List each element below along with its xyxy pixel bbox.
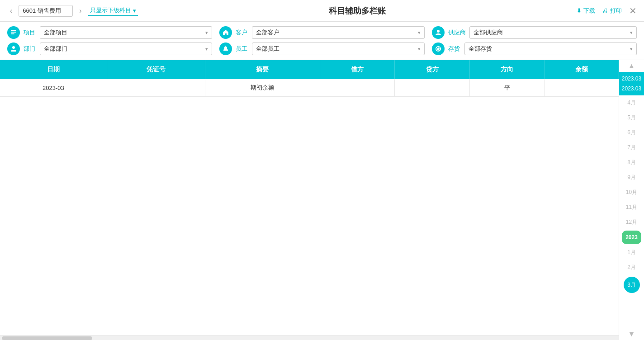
timeline-month-7[interactable]: 7月 <box>619 140 644 155</box>
timeline-month-4[interactable]: 4月 <box>619 95 644 110</box>
employee-select-value: 全部员工 <box>256 45 279 53</box>
timeline-month-1[interactable]: 1月 <box>619 245 644 260</box>
inventory-select[interactable]: 全部存货 ▾ <box>464 42 637 55</box>
close-button[interactable]: ✕ <box>629 6 637 15</box>
table-row: 2023-03 期初余额 平 <box>0 79 619 97</box>
cell-balance <box>545 79 619 97</box>
col-voucher: 凭证号 <box>107 60 205 79</box>
supplier-filter: 供应商 全部供应商 ▾ <box>432 26 637 39</box>
main-window: ‹ 6601 销售费用 › 只显示下级科目 ▾ 科目辅助多栏账 ⬇ 下载 🖨 打… <box>0 0 644 340</box>
timeline-month-5[interactable]: 5月 <box>619 110 644 125</box>
prev-account-button[interactable]: ‹ <box>7 6 15 16</box>
next-account-button[interactable]: › <box>76 6 84 16</box>
supplier-select-value: 全部供应商 <box>474 28 503 37</box>
timeline-month-8[interactable]: 8月 <box>619 155 644 170</box>
timeline-header-1: 2023.03 <box>619 74 644 84</box>
project-select-value: 全部项目 <box>44 28 67 37</box>
employee-chevron-icon: ▾ <box>418 46 421 52</box>
timeline-month-11[interactable]: 11月 <box>619 200 644 215</box>
employee-select[interactable]: 全部员工 ▾ <box>252 42 424 55</box>
project-chevron-icon: ▾ <box>205 30 208 36</box>
department-chevron-icon: ▾ <box>205 46 208 52</box>
customer-icon <box>219 26 232 39</box>
inventory-chevron-icon: ▾ <box>630 46 633 52</box>
table-header-row: 日期 凭证号 摘要 借方 贷方 方向 余额 <box>0 60 619 79</box>
timeline-year-2023[interactable]: 2023 <box>622 231 641 244</box>
account-name: 销售费用 <box>38 7 61 15</box>
employee-filter: 员工 全部员工 ▾ <box>219 42 424 55</box>
svg-rect-2 <box>11 33 14 34</box>
col-credit: 贷方 <box>395 60 470 79</box>
timeline-header-2: 2023.03 <box>619 84 644 94</box>
customer-select[interactable]: 全部客户 ▾ <box>252 26 424 39</box>
inventory-icon <box>432 42 445 55</box>
table-area: 日期 凭证号 摘要 借方 贷方 方向 余额 2023-03 期初余额 <box>0 60 619 340</box>
title-bar: ‹ 6601 销售费用 › 只显示下级科目 ▾ 科目辅助多栏账 ⬇ 下载 🖨 打… <box>0 0 644 22</box>
supplier-chevron-icon: ▾ <box>630 30 633 36</box>
title-actions: ⬇ 下载 🖨 打印 ✕ <box>577 6 637 15</box>
project-icon <box>7 26 20 39</box>
project-select[interactable]: 全部项目 ▾ <box>40 26 212 39</box>
customer-select-value: 全部客户 <box>256 28 279 37</box>
col-balance: 余额 <box>545 60 619 79</box>
col-debit: 借方 <box>320 60 395 79</box>
cell-debit <box>320 79 395 97</box>
customer-chevron-icon: ▾ <box>418 30 421 36</box>
employee-label: 员工 <box>236 45 248 53</box>
supplier-label: 供应商 <box>448 28 466 37</box>
page-title: 科目辅助多栏账 <box>138 5 577 16</box>
department-icon <box>7 42 20 55</box>
inventory-select-value: 全部存货 <box>469 45 492 53</box>
inventory-label: 存货 <box>448 45 461 53</box>
account-code: 6601 <box>23 7 36 14</box>
supplier-icon <box>432 26 445 39</box>
col-direction: 方向 <box>470 60 545 79</box>
cell-direction: 平 <box>470 79 545 97</box>
inventory-filter: 存货 全部存货 ▾ <box>432 42 637 55</box>
customer-label: 客户 <box>236 28 248 37</box>
department-select-value: 全部部门 <box>44 45 67 53</box>
timeline-month-12[interactable]: 12月 <box>619 215 644 230</box>
project-label: 项目 <box>24 28 36 37</box>
filter-bar: 项目 全部项目 ▾ 客户 全部客户 ▾ <box>0 22 644 60</box>
timeline-month-6[interactable]: 6月 <box>619 125 644 140</box>
horizontal-scrollbar[interactable] <box>0 335 619 340</box>
customer-filter: 客户 全部客户 ▾ <box>219 26 424 39</box>
download-button[interactable]: ⬇ 下载 <box>577 7 595 15</box>
timeline-month-10[interactable]: 10月 <box>619 185 644 200</box>
employee-icon <box>219 42 232 55</box>
supplier-select[interactable]: 全部供应商 ▾ <box>469 26 637 39</box>
cell-voucher <box>107 79 205 97</box>
scrollbar-thumb[interactable] <box>2 336 92 340</box>
print-button[interactable]: 🖨 打印 <box>602 7 622 15</box>
main-content: 日期 凭证号 摘要 借方 贷方 方向 余额 2023-03 期初余额 <box>0 60 644 340</box>
col-date: 日期 <box>0 60 107 79</box>
print-icon: 🖨 <box>602 7 608 14</box>
department-label: 部门 <box>24 45 36 53</box>
show-sub-button[interactable]: 只显示下级科目 ▾ <box>88 5 138 16</box>
department-select[interactable]: 全部部门 ▾ <box>40 42 212 55</box>
timeline-scroll-down-button[interactable]: ▼ <box>619 328 644 340</box>
print-label: 打印 <box>610 7 622 15</box>
timeline-panel: ▲ 2023.03 2023.03 4月 5月 6月 7月 8月 9月 10月 … <box>619 60 644 340</box>
svg-rect-6 <box>225 46 226 47</box>
cell-summary: 期初余额 <box>205 79 320 97</box>
cell-credit <box>395 79 470 97</box>
timeline-scroll-up-button[interactable]: ▲ <box>619 60 644 72</box>
svg-rect-0 <box>11 30 16 31</box>
department-filter: 部门 全部部门 ▾ <box>7 42 212 55</box>
col-summary: 摘要 <box>205 60 320 79</box>
account-code-box: 6601 销售费用 <box>19 5 73 17</box>
chevron-down-icon: ▾ <box>133 7 136 14</box>
title-left: ‹ 6601 销售费用 › 只显示下级科目 ▾ <box>7 5 138 17</box>
svg-rect-1 <box>11 32 16 33</box>
timeline-header: 2023.03 2023.03 <box>619 72 644 95</box>
timeline-month-2[interactable]: 2月 <box>619 260 644 275</box>
timeline-month-3-active[interactable]: 3月 <box>624 277 640 293</box>
timeline-items: 4月 5月 6月 7月 8月 9月 10月 11月 12月 2023 1月 2月… <box>619 95 644 328</box>
project-filter: 项目 全部项目 ▾ <box>7 26 212 39</box>
cell-date: 2023-03 <box>0 79 107 97</box>
download-label: 下载 <box>583 7 595 15</box>
show-sub-label: 只显示下级科目 <box>90 6 131 14</box>
timeline-month-9[interactable]: 9月 <box>619 170 644 185</box>
